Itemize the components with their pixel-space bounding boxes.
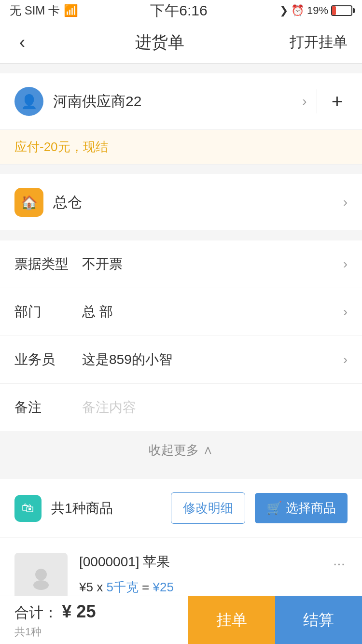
multiply-sign: x — [97, 580, 106, 594]
warehouse-section: 🏠 总仓 › — [0, 174, 362, 230]
products-icon: 🛍 — [14, 495, 42, 522]
product-title: 苹果 — [143, 554, 170, 569]
warehouse-chevron-icon: › — [343, 195, 348, 210]
section-divider-1 — [0, 64, 362, 73]
location-icon: ❯ — [279, 4, 288, 17]
salesperson-value: 这是859的小智 — [82, 350, 343, 369]
product-more-button[interactable]: ··· — [331, 553, 348, 574]
section-divider-2 — [0, 165, 362, 174]
supplier-alert: 应付-20元，现结 — [0, 130, 362, 165]
products-header: 🛍 共1种商品 修改明细 🛒 选择商品 — [0, 479, 362, 537]
products-count: 共1种商品 — [51, 499, 161, 518]
product-price: ¥5 x 5千克 = ¥25 — [79, 579, 319, 596]
battery-percent: 19% — [307, 4, 328, 17]
svg-point-1 — [33, 580, 49, 590]
wifi-icon: 📶 — [64, 4, 78, 17]
product-total: ¥25 — [153, 580, 174, 594]
total-label: 合计： — [14, 604, 58, 620]
status-left: 无 SIM 卡 📶 — [10, 3, 78, 18]
supplier-name: 河南供应商22 — [53, 92, 302, 112]
department-label: 部门 — [14, 303, 82, 321]
warehouse-row[interactable]: 🏠 总仓 › — [0, 174, 362, 230]
edit-details-button[interactable]: 修改明细 — [171, 492, 245, 524]
department-chevron-icon: › — [343, 304, 348, 320]
total-sub: 共1种 — [14, 625, 174, 639]
salesperson-chevron-icon: › — [343, 352, 348, 367]
product-name: [0000001] 苹果 — [79, 553, 319, 571]
remark-input[interactable]: 备注内容 — [82, 398, 348, 417]
alarm-icon: ⏰ — [291, 4, 304, 17]
department-value: 总 部 — [82, 303, 343, 321]
remark-row[interactable]: 备注 备注内容 — [0, 383, 362, 431]
invoice-chevron-icon: › — [343, 256, 348, 272]
warehouse-name: 总仓 — [53, 193, 343, 212]
settle-button[interactable]: 结算 — [275, 596, 362, 644]
status-bar: 无 SIM 卡 📶 下午6:16 ❯ ⏰ 19% — [0, 0, 362, 21]
remark-label: 备注 — [14, 398, 82, 417]
supplier-chevron-icon: › — [302, 94, 306, 109]
status-right: ❯ ⏰ 19% — [279, 4, 352, 17]
add-button[interactable]: + — [327, 88, 348, 115]
section-divider-3 — [0, 230, 362, 240]
supplier-section: 👤 河南供应商22 › + 应付-20元，现结 — [0, 73, 362, 165]
carrier-label: 无 SIM 卡 — [10, 3, 60, 18]
invoice-type-row[interactable]: 票据类型 不开票 › — [0, 240, 362, 288]
invoice-type-label: 票据类型 — [14, 255, 82, 273]
select-product-button[interactable]: 🛒 选择商品 — [255, 493, 348, 523]
equals-sign: = — [142, 580, 153, 594]
salesperson-row[interactable]: 业务员 这是859的小智 › — [0, 336, 362, 383]
total-section: 合计： ¥ 25 共1种 — [0, 602, 188, 639]
section-divider-4 — [0, 469, 362, 479]
svg-point-0 — [35, 569, 47, 580]
status-time: 下午6:16 — [150, 1, 207, 21]
form-section: 票据类型 不开票 › 部门 总 部 › 业务员 这是859的小智 › 备注 备注… — [0, 240, 362, 431]
battery-icon — [331, 5, 352, 16]
select-product-label: 选择商品 — [286, 500, 336, 517]
vertical-divider — [317, 89, 317, 113]
total-main: 合计： ¥ 25 — [14, 602, 174, 623]
department-row[interactable]: 部门 总 部 › — [0, 288, 362, 336]
avatar-icon: 👤 — [21, 94, 38, 110]
salesperson-label: 业务员 — [14, 350, 82, 369]
warehouse-icon: 🏠 — [14, 188, 43, 217]
back-button[interactable]: ‹ — [14, 28, 30, 57]
hang-button[interactable]: 挂单 — [188, 596, 275, 644]
supplier-row[interactable]: 👤 河南供应商22 › + — [0, 73, 362, 130]
page-title: 进货单 — [135, 31, 184, 54]
cart-icon: 🛒 — [266, 501, 282, 516]
bag-icon: 🛍 — [22, 501, 34, 516]
supplier-avatar: 👤 — [14, 87, 43, 116]
bottom-bar: 合计： ¥ 25 共1种 挂单 结算 — [0, 596, 362, 644]
open-pending-button[interactable]: 打开挂单 — [290, 32, 348, 52]
unit-price: ¥5 — [79, 580, 93, 594]
invoice-type-value: 不开票 — [82, 255, 343, 273]
nav-bar: ‹ 进货单 打开挂单 — [0, 21, 362, 64]
collapse-button[interactable]: 收起更多 ∧ — [0, 431, 362, 469]
quantity: 5千克 — [106, 580, 138, 594]
product-info: [0000001] 苹果 ¥5 x 5千克 = ¥25 — [79, 553, 319, 596]
product-code: [0000001] — [79, 554, 139, 569]
total-amount: ¥ 25 — [62, 602, 96, 621]
